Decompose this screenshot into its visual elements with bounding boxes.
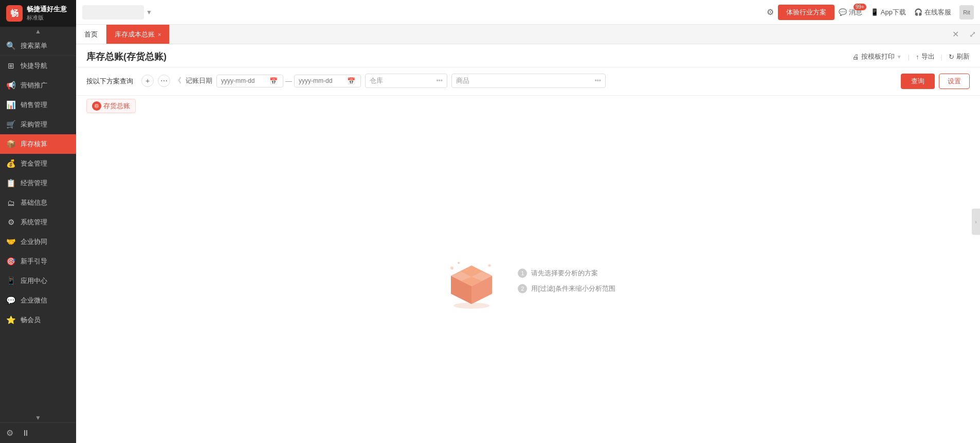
sidebar-logo: 畅 畅捷通好生意 标准版 — [0, 0, 76, 27]
sidebar-menu: ⊞ 快捷导航 📢 营销推广 📊 销售管理 🛒 采购管理 📦 库存核算 💰 资金管… — [0, 56, 76, 413]
svg-text:货: 货 — [95, 104, 99, 109]
tab-close-icon[interactable]: × — [158, 31, 161, 38]
sidebar-item-operations[interactable]: 📋 经营管理 — [0, 173, 76, 193]
basic-info-icon: 🗂 — [6, 199, 15, 207]
scroll-down[interactable]: ▼ — [0, 413, 76, 422]
print-btn[interactable]: 🖨 按模板打印 ▼ — [852, 52, 902, 61]
system-icon: ⚙ — [6, 218, 15, 227]
warehouse-select[interactable]: 仓库 ••• — [365, 74, 447, 88]
filter-more-button[interactable]: ⋯ — [158, 75, 170, 87]
nav-breadcrumb — [82, 5, 144, 20]
settings-bottom-icon[interactable]: ⚙ — [6, 428, 13, 438]
sidebar-item-system[interactable]: ⚙ 系统管理 — [0, 212, 76, 232]
svg-point-8 — [450, 267, 453, 270]
enterprise-icon: 🤝 — [6, 237, 15, 246]
sidebar-item-member[interactable]: ⭐ 畅会员 — [0, 310, 76, 330]
filter-label: 按以下方案查询 — [86, 74, 133, 86]
quick-nav-icon: ⊞ — [6, 61, 15, 70]
filter-tag-scheme[interactable]: 货 存货总账 — [86, 99, 136, 113]
sidebar-item-app-center[interactable]: 📱 应用中心 — [0, 271, 76, 291]
online-service-btn[interactable]: 🎧 在线客服 — [914, 8, 951, 17]
tab-inventory-ledger[interactable]: 库存成本总账 × — [106, 25, 170, 44]
export-icon: ↑ — [916, 53, 919, 61]
print-icon: 🖨 — [852, 53, 859, 61]
phone-icon: 📱 — [870, 8, 879, 16]
separator-2: | — [941, 53, 942, 61]
calendar-start-icon[interactable]: 📅 — [269, 77, 278, 85]
app-download-btn[interactable]: 📱 App下载 — [870, 8, 906, 17]
calendar-end-icon[interactable]: 📅 — [347, 77, 355, 85]
empty-state: 1 请先选择要分析的方案 2 用[过滤]条件来缩小分析范围 — [76, 118, 980, 443]
date-start-input[interactable] — [221, 77, 267, 84]
guide-icon: 🎯 — [6, 257, 15, 266]
operations-icon: 📋 — [6, 179, 15, 188]
expand-icon[interactable]: ⤢ — [965, 29, 980, 39]
export-btn[interactable]: ↑ 导出 — [916, 52, 935, 61]
filter-controls: + ⋯ 《 记账日期 📅 — 📅 — [141, 74, 893, 88]
refresh-icon: ↻ — [949, 53, 954, 61]
sidebar-item-marketing[interactable]: 📢 营销推广 — [0, 76, 76, 95]
filter-add-button[interactable]: + — [141, 75, 154, 87]
empty-illustration — [441, 250, 502, 312]
page-title: 库存总账(存货总账) — [86, 50, 167, 63]
filter-collapse-icon[interactable]: 《 — [174, 76, 182, 85]
svg-point-10 — [488, 264, 491, 267]
sidebar-item-sales[interactable]: 📊 销售管理 — [0, 95, 76, 115]
sidebar: 畅 畅捷通好生意 标准版 ▲ 🔍 搜索菜单 ⊞ 快捷导航 📢 营销推广 📊 销售… — [0, 0, 76, 443]
sidebar-item-inventory[interactable]: 📦 库存核算 — [0, 134, 76, 154]
finance-icon: 💰 — [6, 159, 15, 168]
sidebar-item-purchase[interactable]: 🛒 采购管理 — [0, 115, 76, 134]
svg-point-9 — [458, 262, 460, 264]
empty-hint-2: 2 用[过滤]条件来缩小分析范围 — [518, 284, 615, 293]
tab-close-main-icon[interactable]: ✕ — [946, 29, 965, 39]
tab-home[interactable]: 首页 — [76, 25, 106, 44]
date-separator: — — [285, 77, 292, 85]
trial-button[interactable]: 体验行业方案 — [778, 5, 834, 20]
purchase-icon: 🛒 — [6, 120, 15, 129]
sidebar-item-wechat[interactable]: 💬 企业微信 — [0, 291, 76, 310]
settings-button[interactable]: 设置 — [939, 74, 970, 89]
refresh-btn[interactable]: ↻ 刷新 — [949, 52, 970, 61]
app-center-icon: 📱 — [6, 276, 15, 286]
right-panel-toggle[interactable]: › — [972, 208, 980, 235]
separator-1: | — [908, 53, 910, 61]
step-1-circle: 1 — [518, 269, 527, 278]
sidebar-item-search[interactable]: 🔍 搜索菜单 — [0, 36, 76, 56]
message-btn[interactable]: 💬 消息 99+ — [839, 8, 862, 17]
sales-icon: 📊 — [6, 100, 15, 110]
inventory-icon: 📦 — [6, 139, 15, 149]
scroll-up[interactable]: ▲ — [0, 27, 76, 36]
search-icon: 🔍 — [6, 41, 15, 50]
goods-select[interactable]: 商品 ••• — [451, 74, 606, 88]
sidebar-item-finance[interactable]: 💰 资金管理 — [0, 154, 76, 173]
user-avatar[interactable]: Rit — [959, 5, 974, 20]
warehouse-more-icon: ••• — [436, 77, 443, 84]
date-end-input[interactable] — [299, 77, 345, 84]
empty-text: 1 请先选择要分析的方案 2 用[过滤]条件来缩小分析范围 — [518, 269, 615, 293]
date-range: 📅 — 📅 — [216, 75, 361, 87]
brand-icon: 畅 — [6, 5, 23, 22]
date-start-input-wrap[interactable]: 📅 — [216, 75, 283, 87]
print-dropdown-icon: ▼ — [897, 54, 902, 60]
marketing-icon: 📢 — [6, 81, 15, 90]
page-header: 库存总账(存货总账) 🖨 按模板打印 ▼ | ↑ 导出 | ↻ 刷新 — [76, 44, 980, 67]
topbar-right: 💬 消息 99+ 📱 App下载 🎧 在线客服 Rit — [839, 5, 974, 20]
filter-area: 按以下方案查询 + ⋯ 《 记账日期 📅 — 📅 — [76, 67, 980, 96]
gear-icon[interactable]: ⚙ — [767, 7, 774, 17]
sidebar-item-guide[interactable]: 🎯 新手引导 — [0, 252, 76, 271]
sidebar-item-enterprise[interactable]: 🤝 企业协同 — [0, 232, 76, 252]
main-area: ▼ ⚙ 体验行业方案 💬 消息 99+ 📱 App下载 🎧 在线客服 Rit — [76, 0, 980, 443]
audio-bottom-icon[interactable]: ⏸ — [22, 429, 30, 438]
query-button[interactable]: 查询 — [901, 74, 935, 89]
sidebar-item-quick-nav[interactable]: ⊞ 快捷导航 — [0, 56, 76, 76]
chevron-right-icon: › — [975, 219, 976, 224]
page-header-actions: 🖨 按模板打印 ▼ | ↑ 导出 | ↻ 刷新 — [852, 52, 970, 61]
tabbar: 首页 库存成本总账 × ✕ ⤢ — [76, 25, 980, 44]
date-label: 记账日期 — [186, 76, 212, 85]
date-end-input-wrap[interactable]: 📅 — [294, 75, 361, 87]
topbar: ▼ ⚙ 体验行业方案 💬 消息 99+ 📱 App下载 🎧 在线客服 Rit — [76, 0, 980, 25]
sidebar-item-basic-info[interactable]: 🗂 基础信息 — [0, 193, 76, 212]
member-icon: ⭐ — [6, 315, 15, 325]
goods-more-icon: ••• — [594, 77, 601, 84]
wechat-icon: 💬 — [6, 296, 15, 305]
